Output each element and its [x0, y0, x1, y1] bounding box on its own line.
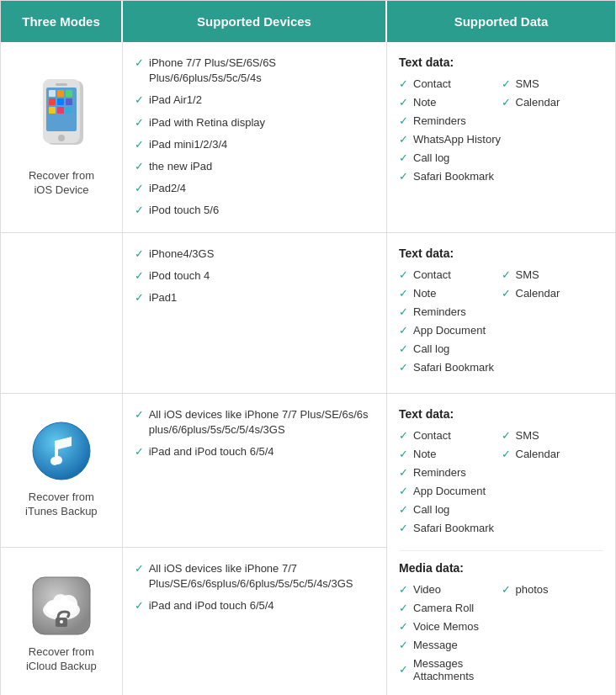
- check-icon: ✓: [399, 663, 408, 676]
- check-icon: ✓: [135, 268, 144, 284]
- svg-rect-5: [49, 90, 56, 97]
- media-data-grid: ✓Video ✓Camera Roll ✓Voice Memos ✓Messag…: [399, 583, 603, 688]
- list-item: ✓iPod touch 4: [135, 268, 374, 284]
- list-item: ✓SMS: [502, 77, 604, 90]
- devices-ios: ✓iPhone 7/7 Plus/SE/6S/6S Plus/6/6plus/5…: [123, 42, 387, 232]
- header-row: Three Modes Supported Devices Supported …: [1, 1, 615, 42]
- devices-icloud: ✓All iOS devices like iPhone 7/7 Plus/SE…: [123, 548, 386, 695]
- devices-itunes: ✓All iOS devices like iPhone 7/7 Plus/SE…: [123, 394, 386, 548]
- check-icon: ✓: [399, 151, 408, 164]
- media-col-left: ✓Video ✓Camera Roll ✓Voice Memos ✓Messag…: [399, 583, 502, 688]
- text-data-title-1: Text data:: [399, 56, 603, 69]
- text-data-grid-3: ✓Contact ✓Note ✓Reminders ✓App Document …: [399, 429, 603, 540]
- check-icon: ✓: [399, 77, 408, 90]
- data-itunes-icloud-shared: Text data: ✓Contact ✓Note ✓Reminders ✓Ap…: [387, 394, 615, 696]
- icloud-illustration: [31, 576, 92, 636]
- list-item: ✓Camera Roll: [399, 602, 502, 614]
- data-col-right: ✓SMS ✓Calendar: [502, 429, 604, 540]
- list-item: ✓iPod touch 5/6: [135, 203, 374, 218]
- data-col-right: ✓SMS ✓Calendar: [502, 77, 604, 188]
- check-icon: ✓: [135, 181, 144, 196]
- check-icon: ✓: [399, 96, 408, 109]
- check-icon: ✓: [502, 429, 511, 442]
- row-old-devices: ✓iPhone4/3GS ✓iPod touch 4 ✓iPad1 Text d…: [1, 233, 615, 394]
- list-item: ✓iPad2/4: [135, 181, 374, 196]
- check-icon: ✓: [399, 466, 408, 479]
- svg-rect-10: [66, 98, 72, 105]
- check-icon: ✓: [399, 448, 408, 460]
- check-icon: ✓: [399, 114, 408, 127]
- list-item: ✓SMS: [502, 268, 604, 281]
- text-data-grid-1: ✓Contact ✓Note ✓Reminders ✓WhatsApp Hist…: [399, 77, 603, 188]
- check-icon: ✓: [135, 137, 144, 152]
- check-icon: ✓: [135, 56, 144, 71]
- check-icon: ✓: [135, 159, 144, 174]
- check-icon: ✓: [502, 96, 511, 109]
- list-item: ✓the new iPad: [135, 159, 374, 174]
- check-icon: ✓: [399, 522, 408, 534]
- row-ios-device: Recover fromiOS Device ✓iPhone 7/7 Plus/…: [1, 42, 615, 233]
- mode-itunes: Recover fromiTunes Backup: [1, 394, 123, 548]
- check-icon: ✓: [502, 583, 511, 596]
- list-item: ✓WhatsApp History: [399, 133, 502, 146]
- list-item: ✓iPad and iPod touch 6/5/4: [135, 598, 374, 613]
- list-item: ✓iPad with Retina display: [135, 115, 374, 130]
- list-item: ✓SMS: [502, 429, 604, 442]
- check-icon: ✓: [135, 247, 144, 262]
- mode-itunes-label: Recover fromiTunes Backup: [25, 491, 98, 519]
- check-icon: ✓: [135, 444, 144, 459]
- check-icon: ✓: [399, 287, 408, 300]
- check-icon: ✓: [502, 268, 511, 281]
- data-col-left: ✓Contact ✓Note ✓Reminders ✓App Document …: [399, 429, 502, 540]
- check-icon: ✓: [399, 133, 408, 146]
- list-item: ✓Calendar: [502, 96, 604, 109]
- mode-icloud-label: Recover fromiCloud Backup: [26, 645, 97, 674]
- header-supported-devices: Supported Devices: [123, 1, 387, 42]
- check-icon: ✓: [135, 203, 144, 218]
- data-col-right: ✓SMS ✓Calendar: [502, 268, 604, 379]
- check-icon: ✓: [502, 287, 511, 300]
- iphone-illustration: [28, 76, 95, 160]
- list-item: ✓Note: [399, 448, 502, 460]
- list-item: ✓Contact: [399, 77, 502, 90]
- list-item: ✓iPad Air1/2: [135, 93, 374, 108]
- check-icon: ✓: [399, 305, 408, 318]
- check-icon: ✓: [399, 639, 408, 651]
- svg-point-17: [54, 456, 62, 464]
- list-item: ✓Calendar: [502, 448, 604, 460]
- check-icon: ✓: [502, 448, 511, 460]
- svg-rect-8: [49, 98, 56, 105]
- list-item: ✓Note: [399, 96, 502, 109]
- check-icon: ✓: [399, 170, 408, 183]
- svg-rect-4: [56, 83, 67, 86]
- list-item: ✓Video: [399, 583, 502, 596]
- row-itunes-icloud: Recover fromiTunes Backup ✓All iOS devic…: [1, 394, 615, 696]
- main-table: Three Modes Supported Devices Supported …: [0, 0, 616, 695]
- itunes-icloud-left: Recover fromiTunes Backup ✓All iOS devic…: [1, 394, 387, 696]
- check-icon: ✓: [399, 268, 408, 281]
- svg-rect-9: [57, 98, 64, 105]
- data-ios: Text data: ✓Contact ✓Note ✓Reminders ✓Wh…: [387, 42, 615, 232]
- list-item: ✓Call log: [399, 151, 502, 164]
- list-item: ✓iPhone 7/7 Plus/SE/6S/6S Plus/6/6plus/5…: [135, 56, 374, 86]
- check-icon: ✓: [399, 429, 408, 442]
- check-icon: ✓: [399, 583, 408, 596]
- svg-rect-12: [57, 107, 64, 114]
- check-icon: ✓: [399, 361, 408, 374]
- check-icon: ✓: [399, 324, 408, 337]
- text-data-title-3: Text data:: [399, 407, 603, 421]
- check-icon: ✓: [502, 77, 511, 90]
- itunes-icon: [31, 421, 92, 484]
- mode-empty: [1, 233, 123, 393]
- list-item: ✓All iOS devices like iPhone 7/7 Plus/SE…: [135, 561, 374, 592]
- list-item: ✓Reminders: [399, 466, 502, 479]
- icloud-icon: [31, 576, 92, 639]
- list-item: ✓Safari Bookmark: [399, 361, 502, 374]
- mode-icloud: Recover fromiCloud Backup: [1, 548, 123, 695]
- check-icon: ✓: [399, 503, 408, 516]
- data-col-left: ✓Contact ✓Note ✓Reminders ✓App Document …: [399, 268, 502, 379]
- iphone-icon: [28, 76, 95, 162]
- check-icon: ✓: [135, 561, 144, 576]
- svg-rect-7: [66, 90, 72, 97]
- list-item: ✓Messages Attachments: [399, 657, 502, 682]
